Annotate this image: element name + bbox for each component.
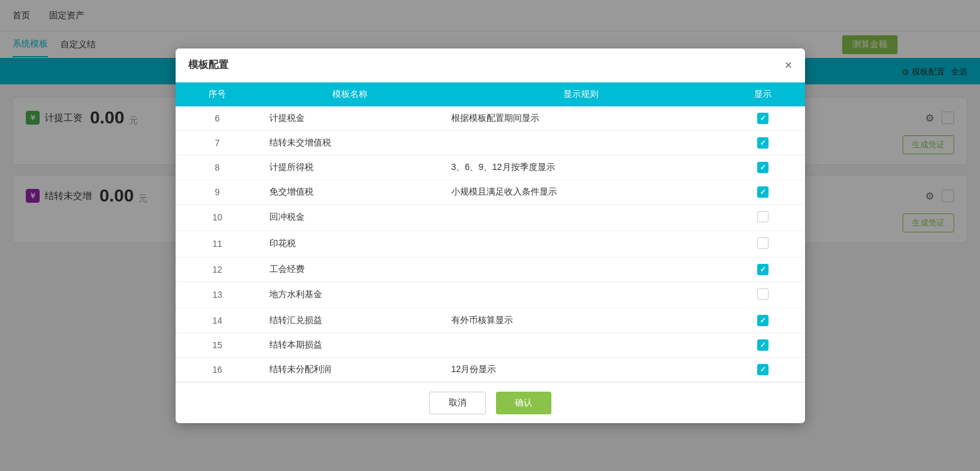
checkbox-10[interactable] — [757, 211, 769, 222]
cell-name: 结转本期损益 — [259, 332, 441, 357]
table-row: 9免交增值税小规模且满足收入条件显示 — [176, 179, 805, 204]
cell-no: 6 — [176, 106, 259, 131]
checkbox-15[interactable] — [757, 339, 769, 351]
col-header-rule: 显示规则 — [441, 82, 721, 106]
cell-no: 10 — [176, 204, 259, 230]
cell-rule — [441, 130, 721, 155]
cell-name: 结转未交增值税 — [259, 130, 441, 155]
cell-rule — [441, 281, 721, 308]
cell-name: 结转汇兑损益 — [259, 308, 441, 332]
checkbox-7[interactable] — [757, 137, 769, 149]
cell-rule: 根据模板配置期间显示 — [441, 106, 721, 131]
cell-name: 免交增值税 — [259, 179, 441, 204]
modal-body-wrapper: 序号 模板名称 显示规则 显示 6计提税金根据模板配置期间显示7结转未交增值税8… — [176, 82, 805, 382]
cell-rule: 3、6、9、12月按季度显示 — [441, 155, 721, 179]
checkbox-16[interactable] — [757, 364, 769, 375]
col-header-no: 序号 — [176, 82, 259, 106]
cell-no: 11 — [176, 230, 259, 257]
table-row: 6计提税金根据模板配置期间显示 — [176, 106, 805, 131]
cell-no: 9 — [176, 179, 259, 204]
cell-checkbox[interactable] — [721, 155, 804, 179]
table-row: 14结转汇兑损益有外币核算显示 — [176, 308, 805, 332]
cell-name: 结转未分配利润 — [259, 357, 441, 382]
cell-checkbox[interactable] — [721, 308, 804, 332]
table-row: 8计提所得税3、6、9、12月按季度显示 — [176, 155, 805, 179]
cancel-button[interactable]: 取消 — [429, 392, 486, 414]
cell-checkbox[interactable] — [721, 357, 804, 382]
cell-no: 15 — [176, 332, 259, 357]
table-row: 12工会经费 — [176, 257, 805, 281]
cell-checkbox[interactable] — [721, 230, 804, 257]
config-table: 序号 模板名称 显示规则 显示 6计提税金根据模板配置期间显示7结转未交增值税8… — [176, 82, 805, 382]
cell-no: 12 — [176, 257, 259, 281]
cell-checkbox[interactable] — [721, 130, 804, 155]
checkbox-12[interactable] — [757, 264, 769, 275]
modal-body: 序号 模板名称 显示规则 显示 6计提税金根据模板配置期间显示7结转未交增值税8… — [176, 82, 805, 382]
checkbox-6[interactable] — [757, 113, 769, 124]
cell-rule: 有外币核算显示 — [441, 308, 721, 332]
cell-rule — [441, 257, 721, 281]
cell-name: 印花税 — [259, 230, 441, 257]
table-header-row: 序号 模板名称 显示规则 显示 — [176, 82, 805, 106]
modal-overlay: 模板配置 × 序号 模板名称 显示规则 显示 6计提税金根据模板配置期间显 — [0, 0, 980, 471]
checkbox-11[interactable] — [757, 237, 769, 249]
cell-checkbox[interactable] — [721, 179, 804, 204]
cell-name: 工会经费 — [259, 257, 441, 281]
table-row: 16结转未分配利润12月份显示 — [176, 357, 805, 382]
checkbox-14[interactable] — [757, 315, 769, 326]
table-row: 13地方水利基金 — [176, 281, 805, 308]
cell-rule: 小规模且满足收入条件显示 — [441, 179, 721, 204]
cell-name: 计提税金 — [259, 106, 441, 131]
table-row: 11印花税 — [176, 230, 805, 257]
cell-name: 计提所得税 — [259, 155, 441, 179]
table-row: 10回冲税金 — [176, 204, 805, 230]
cell-rule — [441, 204, 721, 230]
modal-header: 模板配置 × — [176, 48, 805, 82]
cell-rule — [441, 230, 721, 257]
cell-checkbox[interactable] — [721, 106, 804, 131]
cell-no: 16 — [176, 357, 259, 382]
checkbox-9[interactable] — [757, 186, 769, 198]
cell-rule — [441, 332, 721, 357]
cell-no: 8 — [176, 155, 259, 179]
table-row: 15结转本期损益 — [176, 332, 805, 357]
table-row: 7结转未交增值税 — [176, 130, 805, 155]
modal-close-button[interactable]: × — [785, 59, 792, 71]
cell-checkbox[interactable] — [721, 204, 804, 230]
confirm-button[interactable]: 确认 — [496, 392, 551, 414]
col-header-name: 模板名称 — [259, 82, 441, 106]
cell-no: 13 — [176, 281, 259, 308]
cell-name: 地方水利基金 — [259, 281, 441, 308]
cell-rule: 12月份显示 — [441, 357, 721, 382]
checkbox-13[interactable] — [757, 288, 769, 300]
cell-checkbox[interactable] — [721, 332, 804, 357]
cell-checkbox[interactable] — [721, 281, 804, 308]
modal-title: 模板配置 — [188, 59, 228, 72]
cell-no: 7 — [176, 130, 259, 155]
modal-template-config: 模板配置 × 序号 模板名称 显示规则 显示 6计提税金根据模板配置期间显 — [176, 48, 805, 423]
col-header-display: 显示 — [721, 82, 804, 106]
cell-checkbox[interactable] — [721, 257, 804, 281]
modal-footer: 取消 确认 — [176, 382, 805, 423]
cell-name: 回冲税金 — [259, 204, 441, 230]
cell-no: 14 — [176, 308, 259, 332]
checkbox-8[interactable] — [757, 162, 769, 173]
